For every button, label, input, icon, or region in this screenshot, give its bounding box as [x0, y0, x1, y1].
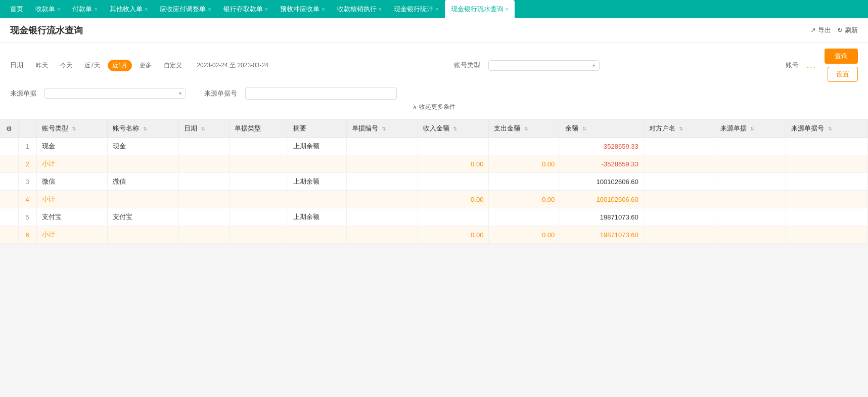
cell-account-name [108, 155, 179, 173]
source-doc-no-input[interactable] [245, 87, 397, 100]
row-index: 6 [18, 226, 36, 244]
tab-close-icon[interactable]: × [322, 6, 325, 12]
query-button[interactable]: 查询 [825, 49, 858, 64]
date-label: 日期 [10, 61, 23, 70]
cell-summary [288, 191, 346, 208]
sort-icon: ⇅ [201, 126, 205, 131]
sort-icon: ⇅ [679, 126, 683, 131]
tab-close-icon[interactable]: × [379, 6, 382, 12]
cell-expense [489, 173, 560, 191]
cell-balance: -3528659.33 [560, 155, 644, 173]
cell-balance: 19871073.60 [560, 226, 644, 244]
chevron-down-icon: ▾ [592, 63, 595, 68]
sort-icon: ⇅ [582, 126, 586, 131]
gear-icon[interactable]: ⚙ [6, 125, 12, 133]
nav-tab-预收冲应收单[interactable]: 预收冲应收单× [274, 0, 331, 18]
sort-icon: ⇅ [750, 126, 754, 131]
column-source_doc[interactable]: 来源单据 ⇅ [715, 120, 786, 138]
column-settings[interactable]: ⚙ [0, 120, 18, 138]
column-expense[interactable]: 支出金额 ⇅ [489, 120, 560, 138]
cell-doc-no [346, 208, 418, 226]
row-index: 1 [18, 138, 36, 155]
cell-date [179, 155, 230, 173]
cell-source-doc [715, 173, 786, 191]
cell-expense [489, 208, 560, 226]
date-option-近7天[interactable]: 近7天 [80, 60, 105, 71]
date-option-自定义[interactable]: 自定义 [159, 60, 187, 71]
table-body: 1现金现金上期余额-3528659.332小计0.000.00-3528659.… [0, 138, 868, 244]
nav-tab-现金银行流水查询[interactable]: 现金银行流水查询× [445, 0, 515, 18]
column-doc_no[interactable]: 单据编号 ⇅ [346, 120, 418, 138]
sort-icon: ⇅ [72, 126, 76, 131]
account-more-button[interactable]: ... [807, 61, 816, 70]
cell-income [418, 138, 489, 155]
collapse-bar[interactable]: ∧ 收起更多条件 [10, 100, 858, 113]
collapse-label: 收起更多条件 [419, 103, 455, 111]
top-navigation: 首页 收款单×付款单×其他收入单×应收应付调整单×银行存取款单×预收冲应收单×收… [0, 0, 868, 18]
cell-summary [288, 155, 346, 173]
cell-account-name [108, 191, 179, 208]
sort-icon: ⇅ [453, 126, 457, 131]
date-options: 昨天今天近7天近1月更多自定义 [31, 60, 187, 71]
cell-doc-type [229, 226, 288, 244]
refresh-button[interactable]: ↻ 刷新 [837, 26, 858, 35]
date-option-今天[interactable]: 今天 [56, 60, 77, 71]
source-doc-select[interactable]: ▾ [44, 88, 186, 99]
date-option-近1月[interactable]: 近1月 [108, 60, 132, 71]
cell-balance: 100102606.60 [560, 191, 644, 208]
column-account_name[interactable]: 账号名称 ⇅ [108, 120, 179, 138]
nav-tab-收款单[interactable]: 收款单× [29, 0, 66, 18]
tab-close-icon[interactable]: × [265, 6, 268, 12]
cell-expense [489, 138, 560, 155]
column-doc_type: 单据类型 [229, 120, 288, 138]
nav-tab-应收应付调整单[interactable]: 应收应付调整单× [154, 0, 217, 18]
account-type-select[interactable]: ▾ [488, 60, 600, 71]
export-button[interactable]: ↗ 导出 [810, 26, 831, 35]
cell-source-doc-no [786, 226, 868, 244]
column-counterpart[interactable]: 对方户名 ⇅ [644, 120, 715, 138]
cell-source-doc [715, 138, 786, 155]
cell-doc-type [229, 191, 288, 208]
settings-button[interactable]: 设置 [828, 67, 858, 82]
column-account_type[interactable]: 账号类型 ⇅ [36, 120, 108, 138]
nav-tab-付款单[interactable]: 付款单× [66, 0, 103, 18]
nav-tab-其他收入单[interactable]: 其他收入单× [104, 0, 154, 18]
column-summary: 摘要 [288, 120, 346, 138]
nav-tab-银行存取款单[interactable]: 银行存取款单× [217, 0, 274, 18]
filter-area: 日期 昨天今天近7天近1月更多自定义 2023-02-24 至 2023-03-… [0, 42, 868, 120]
row-gear [0, 155, 18, 173]
column-source_doc_no[interactable]: 来源单据号 ⇅ [786, 120, 868, 138]
tab-close-icon[interactable]: × [435, 6, 438, 12]
tab-close-icon[interactable]: × [506, 6, 509, 12]
table-row: 6小计0.000.0019871073.60 [0, 226, 868, 244]
page-title: 现金银行流水查询 [10, 24, 83, 36]
date-option-昨天[interactable]: 昨天 [31, 60, 53, 71]
cell-source-doc [715, 226, 786, 244]
column-date[interactable]: 日期 ⇅ [179, 120, 230, 138]
export-icon: ↗ [810, 26, 816, 34]
cell-date [179, 226, 230, 244]
cell-summary: 上期余额 [288, 138, 346, 155]
filter-row-1: 日期 昨天今天近7天近1月更多自定义 2023-02-24 至 2023-03-… [10, 49, 858, 82]
cell-source-doc-no [786, 138, 868, 155]
nav-home[interactable]: 首页 [4, 5, 29, 14]
nav-tab-收款核销执行[interactable]: 收款核销执行× [331, 0, 388, 18]
row-index: 2 [18, 155, 36, 173]
tab-close-icon[interactable]: × [145, 6, 148, 12]
date-option-更多[interactable]: 更多 [135, 60, 156, 71]
column-balance[interactable]: 余额 ⇅ [560, 120, 644, 138]
tab-close-icon[interactable]: × [57, 6, 60, 12]
tab-close-icon[interactable]: × [208, 6, 211, 12]
nav-tab-现金银行统计[interactable]: 现金银行统计× [388, 0, 444, 18]
column-income[interactable]: 收入金额 ⇅ [418, 120, 489, 138]
cell-source-doc [715, 191, 786, 208]
row-gear [0, 226, 18, 244]
table-row: 1现金现金上期余额-3528659.33 [0, 138, 868, 155]
cell-counterpart [644, 155, 715, 173]
tab-close-icon[interactable]: × [94, 6, 97, 12]
cell-account-type: 小计 [36, 226, 108, 244]
source-doc-no-label: 来源单据号 [204, 89, 237, 98]
cell-counterpart [644, 226, 715, 244]
cell-expense: 0.00 [489, 155, 560, 173]
collapse-up-icon: ∧ [413, 104, 417, 111]
